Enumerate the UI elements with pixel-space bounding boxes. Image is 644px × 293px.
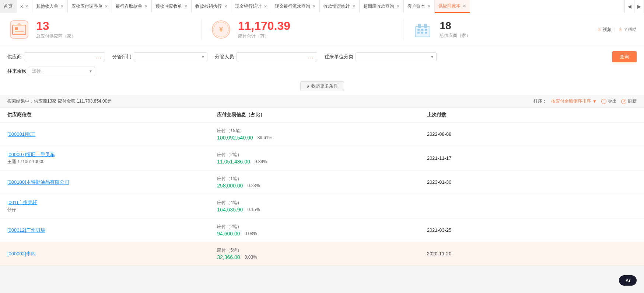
filter-supplier: 供应商 ... [7,52,105,61]
collapse-button[interactable]: ∧ 收起更多条件 [300,81,344,91]
video-link[interactable]: ⊙ 视频 [598,27,611,33]
nav-tab-other-income[interactable]: 其他收入单 ✕ [32,0,68,13]
tx-amount-4[interactable]: 164,635.90 [217,207,243,213]
supplier-table: 供应商信息 应付交易信息（占比） 上次付数 [000001]张三 应付（15笔）… [0,108,644,266]
close-icon[interactable]: ✕ [264,4,267,9]
transaction-info-6: 应付（5笔） 32,366.00 0.03% [217,247,427,260]
tx-amount-1[interactable]: 100,092,540.00 [217,135,253,141]
col-header-supplier: 供应商信息 [7,111,217,118]
close-icon[interactable]: ✕ [396,4,400,9]
nav-tab-3[interactable]: 3 ✕ [17,0,32,13]
table-row: [000007]恒旺二手叉车 王通 17106110000 应付（2笔） 11,… [0,146,644,170]
supplier-dots-icon[interactable]: ... [96,54,102,59]
nav-tab-supplier-ledger[interactable]: 供应商账本 ✕ [435,0,470,13]
supplier-link-6[interactable]: [000002]李四 [7,251,217,257]
svg-rect-2 [15,27,18,30]
tx-amount-3[interactable]: 258,000.00 [217,183,243,189]
tx-label-4: 应付（4笔） [217,200,427,206]
svg-rect-14 [418,24,421,28]
transaction-info-4: 应付（4笔） 164,635.90 0.15% [217,200,427,213]
nav-tab-receipt-stat[interactable]: 收款情况统计 ✕ [320,0,360,13]
nav-tab-payment-verify[interactable]: 收款核销执行 ✕ [192,0,231,13]
tx-pct-3: 0.23% [247,183,260,188]
tx-amount-5[interactable]: 94,600.00 [217,231,240,237]
nav-tab-other-income-label: 其他收入单 [36,3,58,10]
filter-person: 分管人员 ... [215,52,317,61]
supplier-input[interactable]: ... [24,52,105,61]
close-icon[interactable]: ✕ [105,4,108,9]
close-icon[interactable]: ✕ [312,4,316,9]
svg-rect-11 [417,32,420,34]
table-header: 供应商信息 应付交易信息（占比） 上次付数 [0,108,644,123]
unit-select[interactable]: ▾ [356,52,437,61]
query-button[interactable]: 查询 [612,51,637,62]
last-payment-5: 2021-03-25 [427,227,637,233]
nav-tab-ar-ap-adjust[interactable]: 应收应付调整单 ✕ [68,0,112,13]
supplier-sub-4: 仔仔 [7,207,217,213]
close-icon[interactable]: ✕ [463,4,466,8]
tx-pct-5: 0.08% [245,231,257,236]
nav-tab-overdue-ar-label: 超期应收款查询 [363,3,394,10]
supplier-link-3[interactable]: [000100]本特勤油品有限公司 [7,179,217,186]
nav-tab-home[interactable]: 首页 [0,0,17,13]
nav-tab-ar-ap-adjust-label: 应收应付调整单 [71,3,102,10]
nav-left-arrow[interactable]: ◀ [625,0,634,13]
ap-total-icon: ¥ [209,18,233,41]
stat-info-ap-suppliers: 13 总应付供应商（家） [36,20,76,39]
tx-pct-4: 0.15% [247,207,260,212]
collapse-icon: ∧ [307,84,310,89]
supplier-link-1[interactable]: [000001]张三 [7,131,217,138]
ai-badge[interactable]: Ai [619,275,637,286]
nav-tab-bank-deposit-label: 银行存取款单 [116,3,142,10]
close-icon[interactable]: ✕ [427,4,431,9]
supplier-link-5[interactable]: [000012]广州贝瑞 [7,227,217,234]
person-input[interactable]: ... [236,52,317,61]
results-summary-text: 搜索结果中，供应商13家 应付金额 111,703,854.00元 [7,99,112,104]
supplier-link-4[interactable]: [001]广州荣轩 [7,199,217,206]
refresh-button[interactable]: ↺ 刷新 [621,98,637,104]
ap-suppliers-icon [7,18,31,41]
sort-area: 排序： 按应付余额倒序排序 ▼ ↑ 导出 ↺ 刷新 [533,98,637,104]
filter-dept: 分管部门 ▾ [112,52,207,61]
tx-amount-2[interactable]: 11,051,486.00 [217,159,250,165]
nav-tab-cash-bank-flow[interactable]: 现金银行流水查询 ✕ [271,0,320,13]
close-icon[interactable]: ✕ [144,4,148,9]
stats-header: 13 总应付供应商（家） ¥ 11,170.39 应付合计（万） [0,13,644,46]
tx-pct-2: 9.89% [255,159,267,164]
close-icon[interactable]: ✕ [184,4,188,9]
supplier-link-2[interactable]: [000007]恒旺二手叉车 [7,151,217,158]
nav-tab-bank-deposit[interactable]: 银行存取款单 ✕ [112,0,152,13]
nav-tab-cash-bank-stat[interactable]: 现金银行统计 ✕ [231,0,271,13]
stat-block-total-suppliers: 18 总供应商（家） [411,18,598,41]
dept-select-arrow: ▾ [202,54,204,59]
nav-tab-overdue-ar[interactable]: 超期应收款查询 ✕ [360,0,404,13]
dept-select[interactable]: ▾ [134,52,207,61]
tx-amount-6[interactable]: 32,366.00 [217,254,240,260]
supplier-info-3: [000100]本特勤油品有限公司 [7,179,217,186]
close-icon[interactable]: ✕ [224,4,227,9]
supplier-info-2: [000007]恒旺二手叉车 王通 17106110000 [7,151,217,165]
tx-pct-6: 0.03% [245,255,257,260]
dept-filter-label: 分管部门 [112,54,132,60]
last-payment-2: 2021-11-17 [427,155,637,161]
person-dots-icon[interactable]: ... [308,54,314,59]
stat-info-total-suppliers: 18 总供应商（家） [440,21,470,39]
refresh-icon: ↺ [621,99,626,104]
nav-tab-customer-ledger[interactable]: 客户账本 ✕ [404,0,435,13]
svg-rect-9 [421,29,423,31]
help-link[interactable]: ⊙ ？帮助 [619,27,637,33]
table-row: [000100]本特勤油品有限公司 应付（1笔） 258,000.00 0.23… [0,170,644,194]
export-button[interactable]: ↑ 导出 [601,98,617,104]
close-icon[interactable]: ✕ [352,4,356,9]
balance-select[interactable]: 选择... ▾ [29,66,95,76]
transaction-info-5: 应付（2笔） 94,600.00 0.08% [217,224,427,237]
nav-right-arrow[interactable]: ▶ [634,0,644,13]
unit-select-arrow: ▾ [431,54,433,59]
close-icon[interactable]: ✕ [60,4,64,9]
tx-label-2: 应付（2笔） [217,152,427,158]
close-icon[interactable]: ✕ [25,4,28,9]
nav-tab-prepay-ar[interactable]: 预收冲应收单 ✕ [152,0,192,13]
supplier-filter-label: 供应商 [7,54,22,60]
sort-select[interactable]: 按应付余额倒序排序 ▼ [551,98,597,104]
stat-info-ap-total: 11,170.39 应付合计（万） [238,20,290,39]
